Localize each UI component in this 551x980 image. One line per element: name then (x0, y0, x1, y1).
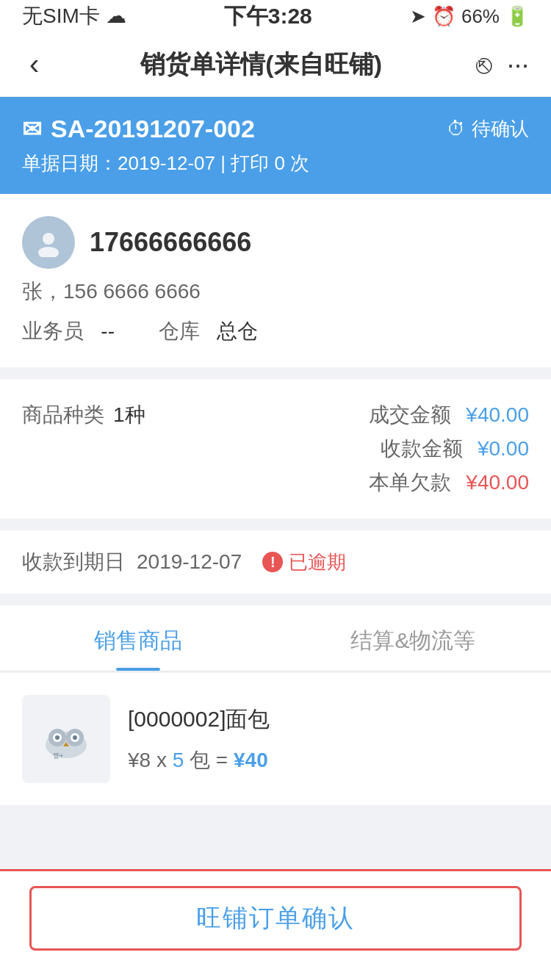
svg-point-7 (55, 735, 60, 740)
bottom-bar: 旺铺订单确认 (0, 869, 551, 980)
customer-card: 17666666666 张，156 6666 6666 业务员 -- 仓库 总仓 (0, 194, 551, 367)
tab-settlement-label: 结算&物流等 (350, 628, 475, 652)
transaction-amount-row: 成交金额 ¥40.00 (369, 401, 529, 429)
received-amount-row: 收款金额 ¥0.00 (381, 435, 529, 463)
due-date-value: 2019-12-07 (137, 550, 242, 574)
tab-sales-products-label: 销售商品 (94, 628, 182, 652)
overdue-text: 已逾期 (289, 550, 346, 575)
warehouse-value: 总仓 (217, 320, 258, 342)
product-type-row: 商品种类 1种 (22, 401, 369, 429)
product-name: [0000002]面包 (128, 705, 529, 735)
sales-rep-value: -- (101, 320, 115, 342)
svg-point-8 (73, 735, 77, 740)
tab-settlement[interactable]: 结算&物流等 (276, 605, 551, 671)
balance-due-row: 本单欠款 ¥40.00 (369, 469, 529, 497)
customer-meta: 业务员 -- 仓库 总仓 (22, 317, 529, 345)
back-button[interactable]: ‹ (22, 40, 46, 88)
order-status-text: 待确认 (472, 116, 529, 142)
product-info: [0000002]面包 ¥8 x 5 包 = ¥40 (128, 705, 529, 774)
product-type-value: 1种 (113, 401, 145, 429)
product-multiply: x (156, 749, 173, 771)
order-icon: ✉ (22, 115, 42, 143)
status-right: ➤ ⏰ 66% 🔋 (410, 5, 529, 28)
order-date: 单据日期：2019-12-07 | 打印 0 次 (22, 151, 529, 176)
location-icon: ➤ (410, 5, 426, 28)
warehouse-label: 仓库 (159, 320, 200, 342)
customer-phone: 17666666666 (90, 227, 251, 258)
tabs: 销售商品 结算&物流等 (0, 605, 551, 671)
table-row: 管+ [0000002]面包 ¥8 x 5 包 = ¥40 (0, 673, 551, 806)
customer-name: 张，156 6666 6666 (22, 278, 529, 306)
tab-sales-products[interactable]: 销售商品 (0, 605, 276, 671)
product-list: 管+ [0000002]面包 ¥8 x 5 包 = ¥40 (0, 673, 551, 806)
transaction-amount-label: 成交金额 (369, 401, 451, 429)
due-date-card: 收款到期日 2019-12-07 ! 已逾期 (0, 530, 551, 594)
product-quantity: 5 (173, 749, 184, 771)
alarm-icon: ⏰ (432, 5, 455, 28)
status-time: 下午3:28 (224, 1, 312, 32)
product-thumbnail: 管+ (22, 695, 110, 783)
balance-due-value: ¥40.00 (466, 471, 529, 494)
nav-actions: ⎋ ··· (476, 49, 529, 80)
overdue-badge: ! 已逾期 (262, 550, 346, 575)
status-clock-icon: ⏱ (447, 118, 466, 140)
order-id-text: SA-20191207-002 (51, 115, 255, 143)
svg-point-0 (43, 233, 54, 245)
product-unit: 包 (190, 749, 210, 771)
sales-rep-label: 业务员 (22, 320, 84, 342)
svg-text:管+: 管+ (53, 752, 63, 760)
transaction-amount-value: ¥40.00 (466, 403, 529, 427)
warehouse: 仓库 总仓 (159, 317, 258, 345)
nav-bar: ‹ 销货单详情(来自旺铺) ⎋ ··· (0, 32, 551, 97)
battery-icon: 🔋 (505, 5, 529, 28)
status-bar: 无SIM卡 ☁ 下午3:28 ➤ ⏰ 66% 🔋 (0, 0, 551, 32)
product-type-label: 商品种类 (22, 401, 104, 429)
order-id: ✉ SA-20191207-002 (22, 115, 255, 143)
battery-level: 66% (461, 5, 500, 28)
order-header: ✉ SA-20191207-002 ⏱ 待确认 单据日期：2019-12-07 … (0, 97, 551, 194)
order-status: ⏱ 待确认 (447, 116, 529, 142)
overdue-icon: ! (262, 552, 283, 572)
sales-rep: 业务员 -- (22, 317, 115, 345)
balance-due-label: 本单欠款 (369, 469, 451, 497)
product-equals: = (216, 749, 234, 771)
sim-status: 无SIM卡 ☁ (22, 2, 126, 30)
summary-right: 成交金额 ¥40.00 收款金额 ¥0.00 本单欠款 ¥40.00 (369, 401, 529, 497)
received-amount-value: ¥0.00 (478, 437, 529, 461)
customer-row: 17666666666 (22, 216, 529, 269)
confirm-order-button[interactable]: 旺铺订单确认 (29, 886, 522, 951)
more-icon[interactable]: ··· (507, 49, 529, 80)
product-total: ¥40 (234, 749, 268, 771)
page-title: 销货单详情(来自旺铺) (46, 48, 476, 82)
summary-left: 商品种类 1种 (22, 401, 369, 429)
due-date-label: 收款到期日 (22, 548, 125, 576)
avatar (22, 216, 75, 269)
svg-point-1 (38, 247, 59, 257)
share-icon[interactable]: ⎋ (476, 49, 492, 80)
received-amount-label: 收款金额 (381, 435, 463, 463)
status-left: 无SIM卡 ☁ (22, 2, 126, 30)
product-unit-price: ¥8 (128, 749, 151, 771)
summary-card: 商品种类 1种 成交金额 ¥40.00 收款金额 ¥0.00 本单欠款 ¥40.… (0, 379, 551, 519)
order-header-top: ✉ SA-20191207-002 ⏱ 待确认 (22, 115, 529, 143)
product-price-row: ¥8 x 5 包 = ¥40 (128, 746, 529, 774)
